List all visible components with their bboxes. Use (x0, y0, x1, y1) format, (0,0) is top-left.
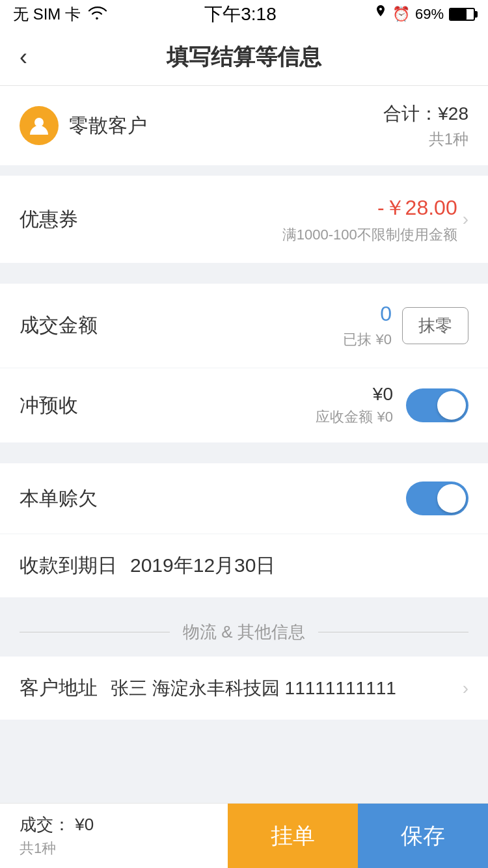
pre-receive-sub: 应收金额 ¥0 (316, 407, 393, 427)
section-divider-2 (0, 453, 488, 463)
transaction-amount-sub: 已抹 ¥0 (343, 330, 392, 349)
coupon-amount: -￥28.00 (282, 194, 457, 223)
debt-row: 本单赊欠 (0, 463, 488, 534)
address-row[interactable]: 客户地址 张三 海淀永丰科技园 11111111111 › (0, 657, 488, 720)
pre-receive-row: 冲预收 ¥0 应收金额 ¥0 (0, 368, 488, 442)
pre-receive-toggle[interactable] (406, 388, 468, 422)
coupon-label: 优惠券 (20, 206, 78, 233)
bottom-bar: 成交： ¥0 共1种 挂单 保存 (0, 803, 488, 868)
transaction-amount-value[interactable]: 0 (343, 302, 392, 326)
address-chevron-icon: › (463, 678, 468, 699)
pre-receive-amount: ¥0 (316, 384, 393, 405)
divider-line-right (318, 632, 468, 632)
avatar (20, 106, 59, 145)
bottom-deal-label: 成交： (20, 815, 70, 834)
nav-title: 填写结算等信息 (167, 42, 321, 72)
alarm-icon: ⏰ (392, 6, 410, 23)
carrier-text: 无 SIM 卡 (13, 4, 81, 25)
divider-line-left (20, 632, 170, 632)
section-divider-1 (0, 273, 488, 284)
status-bar: 无 SIM 卡 下午3:18 ⏰ 69% (0, 0, 488, 29)
debt-toggle-knob (437, 484, 466, 513)
location-icon (374, 5, 387, 23)
transaction-label: 成交金额 (20, 312, 98, 339)
coupon-right: -￥28.00 满1000-100不限制使用金额 › (282, 194, 468, 245)
customer-name: 零散客户 (69, 113, 147, 139)
bottom-deal: 成交： ¥0 (20, 813, 208, 836)
pre-receive-label: 冲预收 (20, 392, 78, 419)
bottom-deal-amount: ¥0 (75, 815, 94, 834)
due-date-label: 收款到期日 (20, 552, 117, 579)
logistics-divider: 物流 & 其他信息 (0, 608, 488, 657)
debt-label: 本单赊欠 (20, 485, 98, 512)
bottom-summary: 成交： ¥0 共1种 (0, 813, 228, 858)
back-button[interactable]: ‹ (20, 44, 27, 71)
customer-right: 合计：¥28 共1种 (383, 102, 468, 150)
status-time: 下午3:18 (204, 2, 277, 27)
content: 零散客户 合计：¥28 共1种 优惠券 -￥28.00 满1000-100不限制… (0, 86, 488, 798)
total-amount: 合计：¥28 (383, 102, 468, 126)
transaction-section: 成交金额 0 已抹 ¥0 抹零 冲预收 ¥0 应收金额 ¥0 (0, 284, 488, 442)
debt-toggle[interactable] (406, 481, 468, 515)
transaction-right: 0 已抹 ¥0 抹零 (343, 302, 468, 349)
coupon-row[interactable]: 优惠券 -￥28.00 满1000-100不限制使用金额 › (0, 176, 488, 263)
debt-section: 本单赊欠 收款到期日 2019年12月30日 (0, 463, 488, 597)
status-left: 无 SIM 卡 (13, 4, 107, 25)
nav-bar: ‹ 填写结算等信息 (0, 29, 488, 86)
due-date-row: 收款到期日 2019年12月30日 (0, 534, 488, 597)
total-count: 共1种 (383, 129, 468, 150)
due-date-value: 2019年12月30日 (130, 552, 275, 579)
wifi-icon (87, 5, 107, 23)
coupon-value: -￥28.00 满1000-100不限制使用金额 (282, 194, 457, 245)
pre-receive-right: ¥0 应收金额 ¥0 (316, 384, 468, 427)
logistics-text: 物流 & 其他信息 (183, 621, 305, 644)
bottom-count: 共1种 (20, 839, 208, 858)
battery-icon (449, 8, 475, 21)
customer-left: 零散客户 (20, 106, 147, 145)
battery-percent: 69% (415, 6, 444, 23)
toggle-knob (437, 391, 466, 420)
transaction-row: 成交金额 0 已抹 ¥0 抹零 (0, 284, 488, 368)
svg-point-0 (34, 118, 44, 127)
address-label: 客户地址 (20, 675, 98, 701)
save-button[interactable]: 保存 (358, 804, 488, 868)
coupon-chevron-icon: › (463, 209, 468, 230)
round-zero-button[interactable]: 抹零 (402, 307, 468, 344)
hang-button[interactable]: 挂单 (228, 804, 358, 868)
coupon-desc: 满1000-100不限制使用金额 (282, 225, 457, 245)
transaction-amount-container: 0 已抹 ¥0 (343, 302, 392, 349)
address-value: 张三 海淀永丰科技园 11111111111 (111, 676, 463, 701)
status-right: ⏰ 69% (374, 5, 475, 23)
pre-receive-value: ¥0 应收金额 ¥0 (316, 384, 393, 427)
customer-row: 零散客户 合计：¥28 共1种 (0, 86, 488, 165)
